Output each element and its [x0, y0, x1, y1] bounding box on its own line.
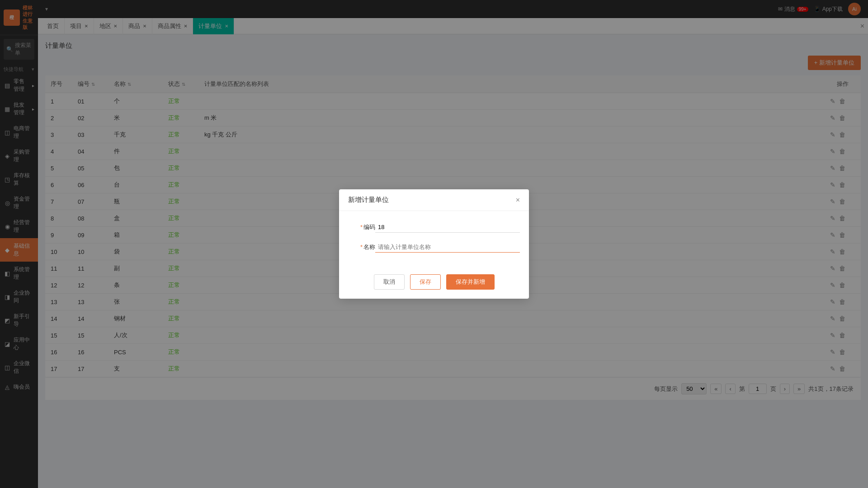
- save-button[interactable]: 保存: [410, 274, 441, 290]
- add-unit-modal: 新增计量单位 × 编码 名称 取消 保存 保存并新增: [339, 189, 529, 299]
- name-label: 名称: [348, 243, 375, 251]
- modal-footer: 取消 保存 保存并新增: [339, 269, 529, 299]
- save-and-new-button[interactable]: 保存并新增: [446, 274, 495, 290]
- code-input[interactable]: [375, 222, 520, 233]
- modal-overlay: 新增计量单位 × 编码 名称 取消 保存 保存并新增: [0, 0, 868, 488]
- modal-title: 新增计量单位: [348, 196, 389, 204]
- modal-header: 新增计量单位 ×: [339, 189, 529, 211]
- code-form-item: 编码: [348, 222, 520, 233]
- cancel-button[interactable]: 取消: [374, 274, 405, 290]
- name-input[interactable]: [375, 242, 520, 253]
- modal-close-button[interactable]: ×: [516, 197, 520, 204]
- code-label: 编码: [348, 223, 375, 231]
- modal-body: 编码 名称: [339, 211, 529, 269]
- name-form-item: 名称: [348, 242, 520, 253]
